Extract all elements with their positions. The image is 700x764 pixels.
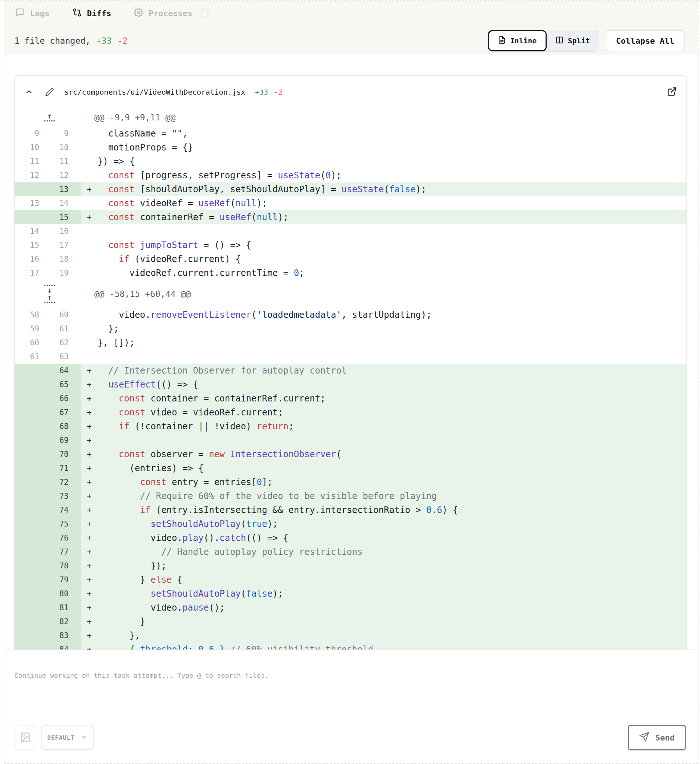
diff-marker: + <box>81 405 98 420</box>
diff-line: 6163 <box>15 350 686 364</box>
model-selector[interactable]: DEFAULT <box>41 725 94 750</box>
old-line-number <box>15 531 39 545</box>
split-columns-icon <box>555 36 564 46</box>
tab-diffs[interactable]: Diffs <box>72 8 111 19</box>
code-token: (() => { <box>246 533 289 543</box>
new-line-number: 63 <box>39 350 69 364</box>
new-line-number: 84 <box>39 642 69 650</box>
code-line: // Intersection Observer for autoplay co… <box>98 364 686 377</box>
code-token <box>98 198 108 208</box>
tab-processes[interactable]: Processes 3 <box>134 8 210 19</box>
collapse-all-button[interactable]: Collapse All <box>606 30 684 52</box>
expand-up-button[interactable]: ↑ <box>41 113 58 122</box>
diff-marker: + <box>81 182 98 196</box>
code-line: if (!container || !video) return; <box>98 420 686 434</box>
new-line-number: 76 <box>39 531 69 545</box>
new-line-number: 77 <box>39 545 69 559</box>
code-token: // Intersection Observer for autoplay co… <box>108 365 347 376</box>
code-token: // Handle autoplay policy restrictions <box>161 547 362 557</box>
line-number-gutter: 74 <box>15 503 81 517</box>
old-line-number <box>15 210 39 224</box>
new-line-number: 62 <box>39 336 69 350</box>
diff-summary: 1 file changed, +33 -2 <box>14 36 128 45</box>
line-number-gutter: 81 <box>15 601 81 615</box>
line-number-gutter: 1416 <box>15 224 81 238</box>
diff-line: 72+ const entry = entries[0]; <box>15 475 686 489</box>
diff-marker <box>81 141 98 155</box>
diff-line: 1314 const videoRef = useRef(null); <box>15 196 686 210</box>
code-token <box>98 449 119 459</box>
expand-down-up-button[interactable]: ↓↑ <box>41 284 58 304</box>
send-button[interactable]: Send <box>628 725 686 750</box>
code-token: }, <box>98 631 140 641</box>
diff-marker: + <box>81 573 98 587</box>
code-token: ; <box>288 421 294 432</box>
diff-line: 99 className = "", <box>15 127 686 141</box>
diff-line: 1212 const [progress, setProgress] = use… <box>15 168 686 182</box>
code-token: 0.6 <box>426 505 442 515</box>
diff-line: 5860 video.removeEventListener('loadedme… <box>15 308 686 322</box>
new-line-number: 12 <box>39 168 69 182</box>
code-token: : <box>188 644 198 650</box>
code-token: IntersectionObserver <box>230 449 336 459</box>
new-line-number: 83 <box>39 629 69 642</box>
diff-marker: + <box>81 615 98 629</box>
code-token: 0 <box>256 477 262 487</box>
code-line: motionProps = {} <box>98 141 686 155</box>
image-icon <box>20 732 31 744</box>
code-line: }; <box>98 322 686 336</box>
old-line-number <box>15 182 39 196</box>
prompt-input[interactable]: Continue working on this task attempt...… <box>5 650 698 679</box>
code-token: ) { <box>442 505 458 515</box>
hunk-range-text: @@ -58,15 +60,44 @@ <box>94 289 191 299</box>
new-line-number: 73 <box>39 489 69 503</box>
diff-marker: + <box>81 629 98 642</box>
code-token: observer = <box>145 449 209 459</box>
old-line-number <box>15 559 39 573</box>
split-view-button[interactable]: Split <box>547 30 599 52</box>
code-token <box>98 365 108 376</box>
hunk-header-row: ↑@@ -9,9 +9,11 @@ <box>15 108 686 127</box>
code-token: setShouldAutoPlay <box>151 589 241 599</box>
expand-up-arrow-icon: ↑ <box>47 294 52 301</box>
diff-line: 83+ }, <box>15 629 686 642</box>
code-token: return <box>256 421 288 432</box>
send-plane-icon <box>639 732 649 744</box>
line-number-gutter: 1010 <box>15 141 81 155</box>
code-token: ); <box>257 198 267 208</box>
tab-logs[interactable]: Logs <box>16 8 50 19</box>
code-token: else <box>151 575 172 585</box>
diff-line: 65+ useEffect(() => { <box>15 377 686 391</box>
line-number-gutter: 1314 <box>15 196 81 210</box>
diff-line: 64+ // Intersection Observer for autopla… <box>15 364 686 377</box>
inline-view-button[interactable]: Inline <box>488 30 547 52</box>
gear-icon <box>134 8 144 19</box>
code-line: }); <box>98 559 686 573</box>
code-token: }; <box>98 324 119 334</box>
new-line-number: 75 <box>39 517 69 531</box>
open-file-button[interactable] <box>667 87 677 98</box>
code-token: const <box>119 393 145 404</box>
diff-marker <box>81 196 98 210</box>
code-token: if <box>140 505 151 515</box>
new-line-number: 10 <box>39 141 69 155</box>
diff-marker: + <box>81 364 98 377</box>
diff-marker: + <box>81 587 98 601</box>
code-token: if <box>119 421 130 432</box>
additions-count: +33 <box>97 36 112 45</box>
diff-line: 81+ video.pause(); <box>15 601 686 615</box>
code-token: useRef <box>219 212 251 222</box>
new-line-number: 72 <box>39 475 69 489</box>
collapse-file-button[interactable] <box>25 87 33 97</box>
code-token: const <box>108 170 134 180</box>
new-line-number: 71 <box>39 461 69 475</box>
code-token: { <box>172 575 182 585</box>
tab-label: Logs <box>30 9 50 18</box>
new-line-number: 66 <box>39 391 69 405</box>
code-token <box>98 240 108 250</box>
code-line: const container = containerRef.current; <box>98 391 686 405</box>
line-number-gutter: 73 <box>15 489 81 503</box>
attach-image-button[interactable] <box>14 725 36 750</box>
code-token: "" <box>172 128 182 139</box>
document-icon <box>498 36 506 46</box>
